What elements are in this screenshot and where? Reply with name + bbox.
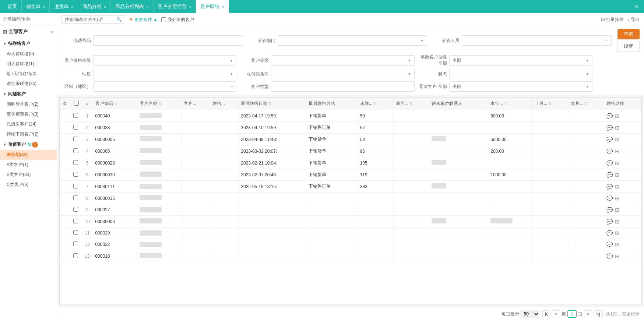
grid-action-icon[interactable]: ⊞ [615, 137, 619, 142]
grid-action-icon[interactable]: ⊞ [615, 230, 619, 236]
sidebar-item-abnormal[interactable]: 囤购异常客户(2) [0, 99, 57, 109]
sidebar-item-7days[interactable]: 近7天待联络(0) [0, 69, 57, 79]
row-checkbox[interactable] [73, 219, 78, 223]
tab-sales[interactable]: 销售单 × [22, 0, 50, 13]
grid-action-icon[interactable]: ⊞ [615, 184, 619, 190]
row-checkbox[interactable] [73, 160, 78, 165]
last-way-link[interactable]: 下销货单 [309, 172, 326, 177]
tab-customer-seg-close[interactable]: × [189, 4, 191, 9]
comment-icon[interactable]: 💬 [606, 148, 613, 154]
page-size-select[interactable]: 50 100 200 [521, 310, 539, 318]
tab-purchase-close[interactable]: × [71, 4, 73, 9]
main-search-icon[interactable]: 🔍 [116, 17, 122, 22]
last-way-link[interactable]: 下销货单 [309, 113, 326, 118]
tab-customer-contact[interactable]: 客户联络 × [196, 0, 229, 13]
col-last-way[interactable]: 最后联络方式 [306, 98, 358, 110]
comment-icon[interactable]: 💬 [606, 195, 613, 201]
price-level-select[interactable]: ▼ [93, 55, 236, 66]
collapse-icon[interactable]: « [51, 29, 54, 35]
grid-action-icon[interactable]: ⊞ [615, 253, 619, 259]
sidebar-all-customers[interactable]: ⊞ 全部客户 « [0, 25, 57, 38]
sidebar-item-lost[interactable]: 已流失客户(24) [0, 119, 57, 129]
last-page-btn[interactable]: >| [594, 310, 603, 318]
col-name[interactable]: 客户名称⇅ [137, 98, 181, 110]
cust-level-select[interactable]: ▼ [271, 55, 414, 66]
comment-icon[interactable]: 💬 [606, 172, 613, 178]
select-all-checkbox[interactable] [74, 101, 79, 106]
comment-icon[interactable]: 💬 [606, 137, 613, 142]
grid-action-icon[interactable]: ⊞ [615, 125, 619, 131]
sidebar-item-classB[interactable]: B类客户(33) [0, 170, 57, 180]
grid-action-icon[interactable]: ⊞ [615, 160, 619, 166]
col-this-year[interactable]: 本年...⇅ [488, 98, 532, 110]
col-settings[interactable]: ⚙ [60, 98, 71, 110]
nature-select[interactable]: ▼ [93, 69, 236, 79]
tab-sales-close[interactable]: × [43, 4, 45, 9]
prev-page-btn[interactable]: < [552, 310, 560, 318]
last-way-link[interactable]: 下销售订单 [309, 184, 331, 189]
comment-icon[interactable]: 💬 [606, 125, 613, 131]
payment-select[interactable]: ▼ [271, 69, 414, 79]
tab-home[interactable]: 首页 [3, 0, 22, 13]
comment-icon[interactable]: 💬 [606, 219, 613, 225]
row-checkbox[interactable] [73, 137, 78, 141]
last-way-link[interactable]: 下销售订单 [309, 125, 331, 130]
row-checkbox[interactable] [73, 184, 78, 188]
grid-action-icon[interactable]: ⊞ [615, 195, 619, 201]
row-checkbox[interactable] [73, 125, 78, 130]
refresh-icon[interactable]: ↻ [27, 142, 31, 147]
col-contact[interactable]: 联络... [210, 98, 239, 110]
row-checkbox[interactable] [73, 207, 78, 212]
sidebar-item-classA[interactable]: A类客户(1) [0, 160, 57, 170]
grid-action-icon[interactable]: ⊞ [615, 219, 619, 225]
sidebar-item-churn-risk[interactable]: 流失预警客户(3) [0, 109, 57, 119]
phone-input[interactable] [93, 35, 243, 46]
comment-icon[interactable]: 💬 [606, 160, 613, 166]
sidebar-search-input[interactable] [3, 17, 57, 22]
row-checkbox[interactable] [73, 113, 78, 118]
comment-icon[interactable]: 💬 [606, 253, 613, 259]
retail-attr-select[interactable]: 全部▼ [449, 55, 592, 66]
comment-icon[interactable]: 💬 [606, 241, 613, 247]
main-search-input[interactable] [65, 17, 116, 22]
manager-select[interactable]: ··· [462, 35, 612, 46]
row-checkbox[interactable] [73, 195, 78, 200]
last-way-link[interactable]: 下销货单 [309, 137, 326, 142]
row-checkbox[interactable] [73, 241, 78, 246]
col-last-month[interactable]: 上月...⇅ [532, 98, 568, 110]
cust-type-input[interactable] [271, 81, 414, 92]
row-checkbox[interactable] [73, 253, 78, 258]
more-conditions-btn[interactable]: ▼ 更多条件 ▲ [129, 17, 158, 23]
comment-icon[interactable]: 💬 [606, 184, 613, 190]
col-unit-contact[interactable]: 往来单位联系人 [429, 98, 488, 110]
grid-action-icon[interactable]: ⊞ [615, 207, 619, 213]
tab-purchase[interactable]: 进货单 × [50, 0, 78, 13]
grid-action-icon[interactable]: ⊞ [615, 241, 619, 247]
row-checkbox[interactable] [73, 230, 78, 235]
tab-analysis-list[interactable]: 商品分析列表 × [111, 0, 153, 13]
export-btn[interactable]: ↓ 导出 [627, 17, 640, 23]
comment-icon[interactable]: 💬 [606, 113, 613, 119]
reset-button[interactable]: 设置 [617, 41, 640, 52]
grid-action-icon[interactable]: ⊞ [615, 172, 619, 178]
sidebar-item-unclassified[interactable]: 未分组(32) [0, 150, 57, 160]
retail-all-select[interactable]: 全部▼ [449, 81, 592, 92]
last-way-link[interactable]: 下销货单 [309, 148, 326, 154]
last-way-link[interactable]: 下销货单 [309, 160, 326, 165]
col-overdue[interactable]: 逾期...⇅ [394, 98, 429, 110]
sidebar-item-today[interactable]: 今天待联络(0) [0, 49, 57, 59]
first-page-btn[interactable]: K [542, 310, 551, 318]
grid-action-icon[interactable]: ⊞ [615, 113, 619, 119]
sidebar-item-tomorrow[interactable]: 明天待联络(1) [0, 59, 57, 69]
comment-icon[interactable]: 💬 [606, 207, 613, 213]
tab-analysis-list-close[interactable]: × [146, 4, 148, 9]
tab-customer-contact-close[interactable]: × [222, 4, 224, 9]
sidebar-item-classC[interactable]: C类客户(6) [0, 180, 57, 190]
tab-analysis[interactable]: 商品分析 × [78, 0, 111, 13]
sidebar-group-value[interactable]: ▼ 价值客户 ↻ ! [0, 139, 57, 150]
col-no-contact[interactable]: 未联...⇅ [358, 98, 393, 110]
col-type[interactable]: 客户... [182, 98, 210, 110]
tab-customer-seg[interactable]: 客户分层经营 × [154, 0, 196, 13]
col-code[interactable]: 客户编码⇅ [93, 98, 137, 110]
my-customers-checkbox[interactable] [161, 17, 166, 22]
